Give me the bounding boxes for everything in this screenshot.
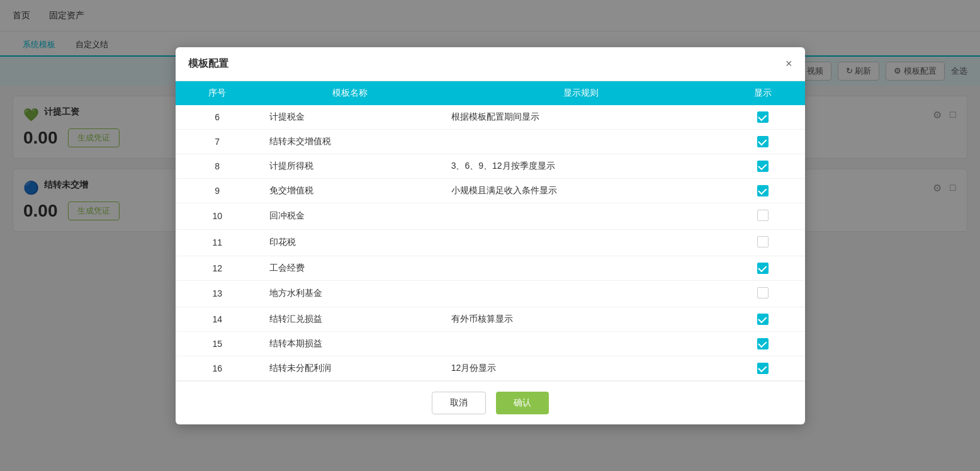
- row-no: 6: [176, 105, 259, 130]
- row-rule: [441, 331, 721, 356]
- col-display: 显示: [721, 81, 804, 105]
- row-rule: 根据模板配置期间显示: [441, 105, 721, 130]
- table-row: 10回冲税金: [176, 203, 805, 229]
- table-row: 14结转汇兑损益有外币核算显示: [176, 307, 805, 331]
- row-no: 13: [176, 280, 259, 307]
- config-table: 序号 模板名称 显示规则 显示 6计提税金根据模板配置期间显示7结转未交增值税8…: [176, 81, 805, 381]
- row-display[interactable]: [721, 129, 804, 154]
- confirm-button[interactable]: 确认: [496, 392, 549, 414]
- row-no: 11: [176, 229, 259, 256]
- display-checkbox[interactable]: [757, 111, 769, 123]
- row-name: 地方水利基金: [259, 280, 441, 307]
- display-checkbox[interactable]: [757, 314, 769, 325]
- col-name: 模板名称: [259, 81, 441, 105]
- row-no: 16: [176, 356, 259, 380]
- row-display[interactable]: [721, 229, 804, 256]
- row-display[interactable]: [721, 256, 804, 280]
- row-no: 7: [176, 129, 259, 154]
- row-rule: [441, 203, 721, 229]
- display-checkbox[interactable]: [757, 161, 769, 172]
- row-name: 结转未交增值税: [259, 129, 441, 154]
- row-name: 结转汇兑损益: [259, 307, 441, 331]
- row-name: 计提所得税: [259, 154, 441, 178]
- row-display[interactable]: [721, 154, 804, 178]
- modal-title: 模板配置: [188, 57, 228, 71]
- row-rule: [441, 129, 721, 154]
- row-no: 15: [176, 331, 259, 356]
- table-row: 16结转未分配利润12月份显示: [176, 356, 805, 380]
- display-checkbox[interactable]: [757, 363, 769, 374]
- row-display[interactable]: [721, 280, 804, 307]
- display-checkbox[interactable]: [757, 185, 769, 196]
- row-rule: 有外币核算显示: [441, 307, 721, 331]
- display-checkbox[interactable]: [757, 338, 769, 349]
- row-rule: 12月份显示: [441, 356, 721, 380]
- display-checkbox[interactable]: [757, 210, 769, 221]
- row-name: 结转未分配利润: [259, 356, 441, 380]
- table-row: 12工会经费: [176, 256, 805, 280]
- row-rule: [441, 256, 721, 280]
- modal-footer: 取消 确认: [176, 381, 805, 424]
- modal-overlay: 模板配置 × 序号 模板名称 显示规则 显示 6计提税金根据模板配置期间显示7结…: [0, 0, 980, 471]
- row-rule: 3、6、9、12月按季度显示: [441, 154, 721, 178]
- row-no: 8: [176, 154, 259, 178]
- row-rule: [441, 280, 721, 307]
- row-display[interactable]: [721, 178, 804, 203]
- modal-body: 序号 模板名称 显示规则 显示 6计提税金根据模板配置期间显示7结转未交增值税8…: [176, 81, 805, 381]
- row-display[interactable]: [721, 356, 804, 380]
- row-rule: 小规模且满足收入条件显示: [441, 178, 721, 203]
- table-row: 7结转未交增值税: [176, 129, 805, 154]
- row-display[interactable]: [721, 307, 804, 331]
- row-name: 回冲税金: [259, 203, 441, 229]
- table-row: 9免交增值税小规模且满足收入条件显示: [176, 178, 805, 203]
- row-display[interactable]: [721, 105, 804, 130]
- row-no: 10: [176, 203, 259, 229]
- modal-header: 模板配置 ×: [176, 47, 805, 81]
- table-row: 8计提所得税3、6、9、12月按季度显示: [176, 154, 805, 178]
- row-no: 9: [176, 178, 259, 203]
- row-name: 印花税: [259, 229, 441, 256]
- table-row: 13地方水利基金: [176, 280, 805, 307]
- row-rule: [441, 229, 721, 256]
- row-display[interactable]: [721, 331, 804, 356]
- table-header-row: 序号 模板名称 显示规则 显示: [176, 81, 805, 105]
- display-checkbox[interactable]: [757, 136, 769, 147]
- row-name: 结转本期损益: [259, 331, 441, 356]
- row-no: 14: [176, 307, 259, 331]
- row-name: 计提税金: [259, 105, 441, 130]
- template-config-modal: 模板配置 × 序号 模板名称 显示规则 显示 6计提税金根据模板配置期间显示7结…: [176, 47, 805, 424]
- modal-close-button[interactable]: ×: [786, 58, 792, 69]
- table-row: 11印花税: [176, 229, 805, 256]
- row-name: 免交增值税: [259, 178, 441, 203]
- col-rule: 显示规则: [441, 81, 721, 105]
- table-row: 6计提税金根据模板配置期间显示: [176, 105, 805, 130]
- row-name: 工会经费: [259, 256, 441, 280]
- display-checkbox[interactable]: [757, 236, 769, 247]
- col-no: 序号: [176, 81, 259, 105]
- row-display[interactable]: [721, 203, 804, 229]
- row-no: 12: [176, 256, 259, 280]
- display-checkbox[interactable]: [757, 263, 769, 274]
- cancel-button[interactable]: 取消: [432, 392, 486, 414]
- table-row: 15结转本期损益: [176, 331, 805, 356]
- display-checkbox[interactable]: [757, 287, 769, 298]
